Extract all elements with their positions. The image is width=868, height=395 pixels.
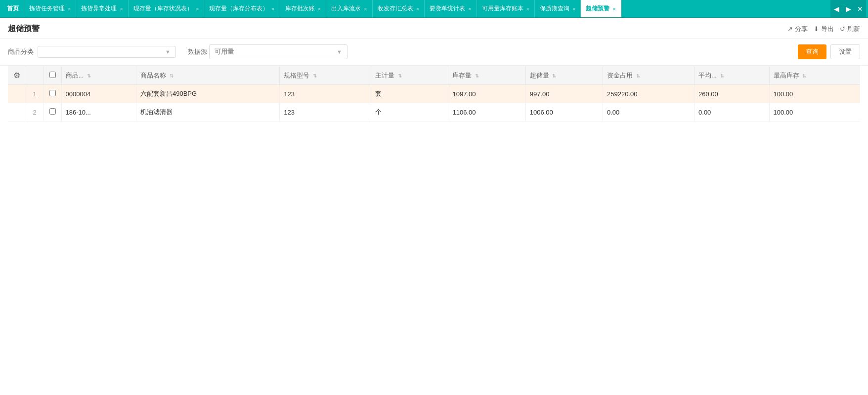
page-title: 超储预警 (8, 24, 40, 34)
th-sku-name: 商品名称 ⇅ (136, 66, 279, 85)
td-overstock: 997.00 (525, 85, 603, 103)
page-header: 超储预警 ↗ 分享 ⬇ 导出 ↺ 刷新 (0, 18, 868, 39)
td-spec: 123 (280, 103, 371, 121)
th-unit: 主计量 ⇅ (371, 66, 448, 85)
query-button[interactable]: 查询 (798, 44, 826, 59)
nav-tab-inout-close[interactable]: × (364, 6, 367, 12)
th-spec-sort-icon[interactable]: ⇅ (313, 73, 317, 79)
th-stock: 库存量 ⇅ (448, 66, 525, 85)
td-sku-code: 0000004 (61, 85, 136, 103)
nav-tab-inout[interactable]: 出入库流水 × (326, 0, 372, 18)
th-gear: ⚙ (8, 66, 26, 85)
td-stock: 1106.00 (448, 103, 525, 121)
th-sku-code-sort-icon[interactable]: ⇅ (87, 73, 91, 79)
th-avg-label: 平均... (698, 72, 717, 79)
export-icon: ⬇ (814, 25, 819, 33)
nav-tab-inventory-dist[interactable]: 现存量（库存分布表） × (204, 0, 280, 18)
th-stock-label: 库存量 (452, 72, 472, 79)
nav-tab-collect-label: 收发存汇总表 (378, 4, 413, 13)
td-overstock: 1006.00 (525, 103, 603, 121)
page-content: 超储预警 ↗ 分享 ⬇ 导出 ↺ 刷新 商品分类 ▼ 数据源 (0, 18, 868, 395)
nav-tab-overstock-close[interactable]: × (612, 6, 615, 12)
nav-tab-task-close[interactable]: × (68, 6, 71, 12)
row-checkbox-2[interactable] (49, 108, 56, 115)
td-check (43, 103, 61, 121)
column-settings-button[interactable]: ⚙ (13, 71, 20, 80)
th-sku-name-sort-icon[interactable]: ⇅ (170, 73, 174, 79)
nav-tab-batch-close[interactable]: × (318, 6, 321, 12)
th-stock-sort-icon[interactable]: ⇅ (475, 73, 479, 79)
nav-tab-home-label: 首页 (7, 4, 19, 13)
nav-tab-order-stat[interactable]: 要货单统计表 × (425, 0, 477, 18)
nav-tab-inventory-dist-label: 现存量（库存分布表） (209, 4, 268, 13)
th-max-stock: 最高库存 ⇅ (769, 66, 860, 85)
nav-tab-avail-account-close[interactable]: × (526, 6, 529, 12)
th-unit-label: 主计量 (375, 72, 394, 79)
nav-tab-abnormal[interactable]: 拣货异常处理 × (76, 0, 128, 18)
th-max-stock-label: 最高库存 (774, 72, 799, 79)
nav-tab-order-stat-close[interactable]: × (468, 6, 471, 12)
settings-button[interactable]: 设置 (830, 44, 860, 59)
nav-tab-avail-account[interactable]: 可用量库存账本 × (477, 0, 535, 18)
td-avg: 260.00 (694, 85, 769, 103)
category-select[interactable]: ▼ (38, 46, 176, 58)
th-sku-code: 商品... ⇅ (61, 66, 136, 85)
refresh-button[interactable]: ↺ 刷新 (840, 25, 860, 34)
nav-tab-inventory-status-close[interactable]: × (196, 6, 199, 12)
filter-actions: 查询 设置 (798, 44, 860, 59)
th-capital-sort-icon[interactable]: ⇅ (636, 73, 640, 79)
nav-next-button[interactable]: ▶ (842, 0, 854, 18)
th-capital-label: 资金占用 (607, 72, 633, 79)
table-row: 2 186-10... 机油滤清器 123 个 1106.00 1006.00 … (8, 103, 860, 121)
td-max-stock: 100.00 (769, 85, 860, 103)
nav-tab-overstock[interactable]: 超储预警 × (581, 0, 621, 18)
td-sku-name: 机油滤清器 (136, 103, 279, 121)
category-filter-item: 商品分类 ▼ (8, 46, 176, 58)
row-checkbox-1[interactable] (49, 90, 56, 96)
share-button[interactable]: ↗ 分享 (787, 25, 808, 34)
nav-tab-quality-label: 保质期查询 (540, 4, 569, 13)
nav-tab-inventory-status[interactable]: 现存量（库存状况表） × (129, 0, 204, 18)
table-container: ⚙ 商品... ⇅ 商品名称 ⇅ 规格型号 (0, 66, 868, 121)
th-rownum (26, 66, 43, 85)
td-unit: 套 (371, 85, 448, 103)
td-rownum: 1 (26, 85, 43, 103)
th-sku-code-label: 商品... (66, 72, 84, 79)
nav-tab-avail-account-label: 可用量库存账本 (482, 4, 523, 13)
category-select-arrow-icon: ▼ (165, 49, 171, 55)
nav-prev-button[interactable]: ◀ (830, 0, 842, 18)
th-check (43, 66, 61, 85)
th-avg-sort-icon[interactable]: ⇅ (720, 73, 724, 79)
nav-tab-home[interactable]: 首页 (2, 0, 24, 18)
nav-tab-quality-close[interactable]: × (572, 6, 575, 12)
nav-tab-inventory-dist-close[interactable]: × (271, 6, 274, 12)
nav-tab-collect-close[interactable]: × (416, 6, 419, 12)
nav-tab-overstock-label: 超储预警 (586, 4, 609, 13)
datasource-select[interactable]: 可用量 ▼ (209, 44, 347, 59)
datasource-filter-item: 数据源 可用量 ▼ (188, 44, 347, 59)
th-max-stock-sort-icon[interactable]: ⇅ (802, 73, 806, 79)
header-actions: ↗ 分享 ⬇ 导出 ↺ 刷新 (787, 25, 860, 34)
export-button[interactable]: ⬇ 导出 (814, 25, 834, 34)
td-gear (8, 103, 26, 121)
td-rownum: 2 (26, 103, 43, 121)
nav-tab-collect[interactable]: 收发存汇总表 × (373, 0, 425, 18)
nav-tab-batch[interactable]: 库存批次账 × (280, 0, 326, 18)
th-unit-sort-icon[interactable]: ⇅ (398, 73, 402, 79)
td-capital: 259220.00 (603, 85, 694, 103)
select-all-checkbox[interactable] (49, 72, 56, 78)
datasource-value: 可用量 (215, 47, 234, 56)
th-sku-name-label: 商品名称 (140, 72, 166, 79)
nav-tab-abnormal-close[interactable]: × (120, 6, 123, 12)
nav-tab-task[interactable]: 拣货任务管理 × (24, 0, 76, 18)
th-overstock: 超储量 ⇅ (525, 66, 603, 85)
td-gear (8, 85, 26, 103)
nav-close-all-button[interactable]: ✕ (854, 0, 866, 18)
table-row: 1 0000004 六配套新昌490BPG 123 套 1097.00 997.… (8, 85, 860, 103)
nav-tab-quality[interactable]: 保质期查询 × (535, 0, 581, 18)
td-spec: 123 (280, 85, 371, 103)
td-unit: 个 (371, 103, 448, 121)
nav-arrows-container: ◀ ▶ ✕ (830, 0, 866, 18)
share-icon: ↗ (787, 25, 793, 33)
th-overstock-sort-icon[interactable]: ⇅ (552, 73, 556, 79)
